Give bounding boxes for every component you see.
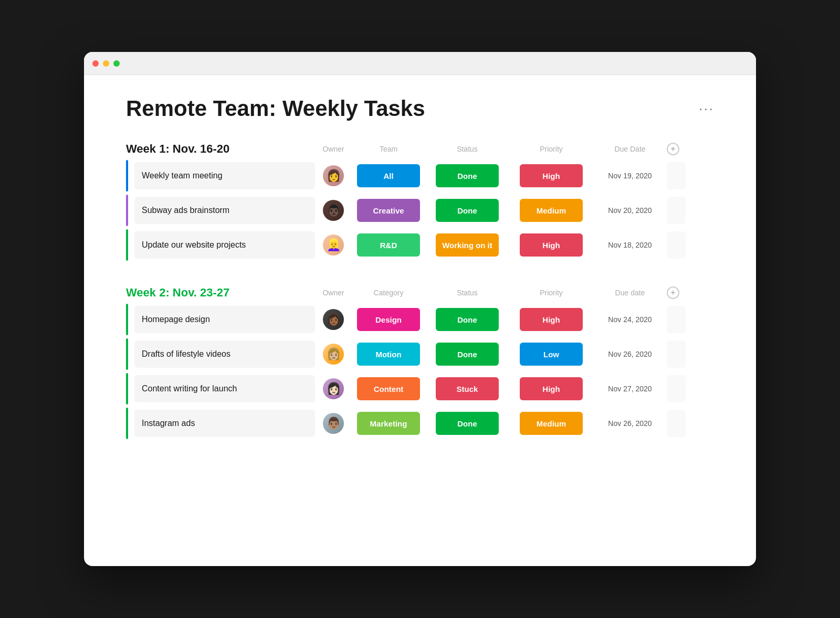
table-row: Homepage design 👩🏾 Design Done (126, 304, 714, 335)
status-badge[interactable]: Done (436, 308, 499, 331)
due-date: Nov 19, 2020 (593, 172, 667, 180)
col-header-due: Due date (593, 289, 667, 297)
avatar-emoji: 👩🏾 (327, 314, 341, 325)
col-header-priority: Priority (509, 289, 593, 297)
more-options-button[interactable]: ··· (699, 100, 714, 117)
avatar: 👱‍♀️ (323, 235, 344, 255)
add-column-button[interactable]: + (667, 143, 679, 155)
team-badge-cell: Motion (352, 343, 425, 366)
task-data: 👱‍♀️ R&D Working on it High Nov 18, 2020 (315, 231, 714, 259)
task-name-cell: Instagram ads (126, 408, 315, 439)
task-name[interactable]: Update our website projects (134, 231, 315, 259)
avatar-emoji: 👱‍♀️ (327, 239, 341, 251)
row-border (126, 195, 128, 226)
add-column-button[interactable]: + (667, 286, 679, 299)
due-date: Nov 18, 2020 (593, 241, 667, 249)
status-badge[interactable]: Done (436, 164, 499, 187)
avatar: 👩 (323, 165, 344, 186)
avatar-cell: 👩 (315, 165, 352, 186)
team-badge[interactable]: Content (357, 377, 420, 400)
row-border (126, 229, 128, 261)
avatar: 👩🏾 (323, 309, 344, 330)
empty-cell (667, 197, 686, 224)
col-header-owner: Owner (315, 289, 352, 297)
avatar: 👨🏽 (323, 413, 344, 434)
priority-badge[interactable]: High (520, 233, 583, 257)
row-border (126, 338, 128, 370)
priority-badge[interactable]: High (520, 164, 583, 187)
week2-title: Week 2: Nov. 23-27 (126, 286, 315, 300)
status-badge-cell: Stuck (425, 377, 509, 400)
priority-badge[interactable]: Medium (520, 412, 583, 435)
priority-badge-cell: High (509, 164, 593, 187)
status-badge[interactable]: Done (436, 412, 499, 435)
team-badge[interactable]: Creative (357, 199, 420, 222)
empty-cell (667, 162, 686, 189)
col-header-owner: Owner (315, 145, 352, 153)
empty-cell (667, 375, 686, 402)
status-badge[interactable]: Done (436, 343, 499, 366)
task-data: 👨🏿 Creative Done Medium Nov 20, 2020 (315, 197, 714, 224)
team-badge[interactable]: All (357, 164, 420, 187)
col-header-status: Status (425, 289, 509, 297)
team-badge[interactable]: Marketing (357, 412, 420, 435)
table-row: Drafts of lifestyle videos 👩🏼 Motion Don… (126, 338, 714, 370)
table-row: Instagram ads 👨🏽 Marketing Done (126, 408, 714, 439)
priority-badge[interactable]: Low (520, 343, 583, 366)
week2-section: Week 2: Nov. 23-27 Owner Category Status… (126, 286, 714, 439)
week1-section: Week 1: Nov. 16-20 Owner Team Status Pri… (126, 142, 714, 261)
priority-badge[interactable]: High (520, 377, 583, 400)
team-badge-cell: Creative (352, 199, 425, 222)
priority-badge[interactable]: Medium (520, 199, 583, 222)
team-badge[interactable]: Design (357, 308, 420, 331)
minimize-dot (103, 60, 109, 67)
task-name[interactable]: Instagram ads (134, 410, 315, 437)
status-badge[interactable]: Working on it (436, 233, 499, 257)
task-name[interactable]: Drafts of lifestyle videos (134, 340, 315, 368)
avatar-cell: 👩🏾 (315, 309, 352, 330)
empty-cell (667, 231, 686, 259)
status-badge[interactable]: Stuck (436, 377, 499, 400)
task-name-cell: Homepage design (126, 304, 315, 335)
table-row: Update our website projects 👱‍♀️ R&D Wor… (126, 229, 714, 261)
avatar-cell: 👩🏻 (315, 378, 352, 399)
row-border (126, 304, 128, 335)
priority-badge[interactable]: High (520, 308, 583, 331)
task-name-cell: Drafts of lifestyle videos (126, 338, 315, 370)
team-badge[interactable]: R&D (357, 233, 420, 257)
priority-badge-cell: High (509, 233, 593, 257)
priority-badge-cell: Medium (509, 199, 593, 222)
team-badge-cell: Content (352, 377, 425, 400)
task-name[interactable]: Subway ads brainstorm (134, 197, 315, 224)
task-name[interactable]: Weekly team meeting (134, 162, 315, 189)
due-date: Nov 24, 2020 (593, 315, 667, 324)
row-border (126, 408, 128, 439)
empty-cell (667, 306, 686, 333)
col-header-team: Team (352, 145, 425, 153)
avatar-emoji: 👨🏿 (327, 205, 341, 216)
task-name[interactable]: Homepage design (134, 306, 315, 333)
avatar: 👨🏿 (323, 200, 344, 221)
status-badge-cell: Done (425, 308, 509, 331)
page-header: Remote Team: Weekly Tasks ··· (126, 96, 714, 121)
avatar: 👩🏻 (323, 378, 344, 399)
status-badge[interactable]: Done (436, 199, 499, 222)
status-badge-cell: Done (425, 199, 509, 222)
status-badge-cell: Working on it (425, 233, 509, 257)
avatar: 👩🏼 (323, 344, 344, 365)
task-name-cell: Content writing for launch (126, 373, 315, 404)
week1-title: Week 1: Nov. 16-20 (126, 142, 315, 156)
task-name[interactable]: Content writing for launch (134, 375, 315, 402)
priority-badge-cell: Low (509, 343, 593, 366)
avatar-emoji: 👩🏻 (327, 383, 341, 395)
priority-badge-cell: Medium (509, 412, 593, 435)
avatar-emoji: 👩🏼 (327, 348, 341, 360)
empty-cell (667, 410, 686, 437)
table-row: Content writing for launch 👩🏻 Content St… (126, 373, 714, 404)
add-circle-icon: + (667, 143, 679, 155)
app-window: Remote Team: Weekly Tasks ··· Week 1: No… (84, 52, 756, 566)
avatar-cell: 👱‍♀️ (315, 235, 352, 255)
task-data: 👩🏾 Design Done High Nov 24, 2020 (315, 306, 714, 333)
avatar-cell: 👨🏽 (315, 413, 352, 434)
team-badge[interactable]: Motion (357, 343, 420, 366)
